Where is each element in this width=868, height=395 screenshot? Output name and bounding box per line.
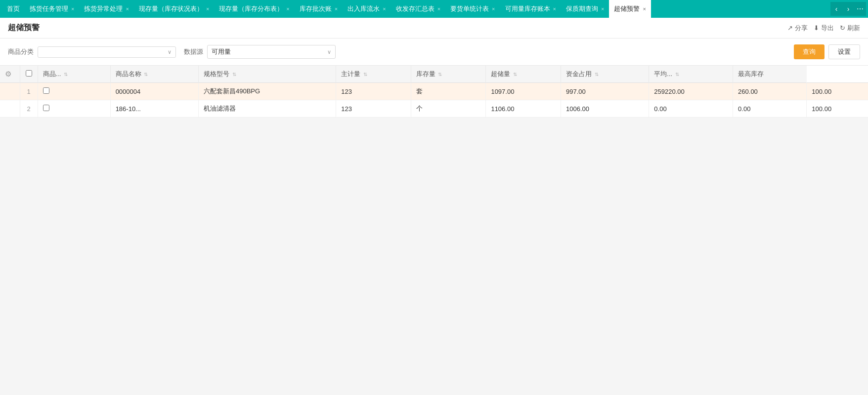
row-checkbox-cell: [38, 100, 110, 118]
page-header: 超储预警 ↗ 分享 ⬇ 导出 ↻ 刷新: [0, 18, 868, 39]
sort-unit-icon: ⇅: [363, 72, 367, 77]
row-num-cell: 2: [20, 100, 38, 118]
table-row: 10000004六配套新昌490BPG123套1097.00997.002592…: [0, 83, 868, 100]
inventory-cell: 1106.00: [486, 100, 561, 118]
unit-cell: 个: [411, 100, 486, 118]
export-button[interactable]: ⬇ 导出: [814, 24, 834, 33]
sort-inventory-icon: ⇅: [438, 72, 442, 77]
nav-item-inout-flow[interactable]: 出入库流水×: [343, 0, 391, 18]
top-navigation: 首页拣货任务管理×拣货异常处理×现存量（库存状况表）×现存量（库存分布表）×库存…: [0, 0, 868, 18]
nav-item-overstock-warning[interactable]: 超储预警×: [609, 0, 651, 18]
nav-item-home[interactable]: 首页: [2, 0, 25, 18]
nav-close-icon[interactable]: ×: [383, 6, 386, 12]
nav-item-batch-account[interactable]: 库存批次账×: [295, 0, 343, 18]
spec-cell: 123: [336, 100, 411, 118]
avg-cell: 0.00: [733, 100, 807, 118]
share-label: 分享: [795, 24, 808, 33]
col-inventory[interactable]: 库存量 ⇅: [411, 66, 486, 83]
row-checkbox[interactable]: [43, 105, 49, 111]
category-select[interactable]: ∨: [38, 46, 176, 58]
settings-button[interactable]: 设置: [828, 44, 860, 59]
datasource-filter: 数据源 可用量 ∨: [184, 45, 336, 59]
capital-cell: 0.00: [649, 100, 733, 118]
overstock-cell: 1006.00: [561, 100, 649, 118]
nav-arrow-left[interactable]: ‹: [830, 2, 842, 16]
table-container: ⚙ 商品... ⇅ 商品名称 ⇅ 规格型号 ⇅ 主计量: [0, 66, 868, 118]
unit-cell: 套: [411, 83, 486, 100]
datasource-label: 数据源: [184, 47, 203, 56]
row-checkbox[interactable]: [43, 87, 49, 94]
refresh-button[interactable]: ↻ 刷新: [840, 24, 860, 33]
select-all-checkbox[interactable]: [26, 70, 32, 77]
datasource-dropdown-icon: ∨: [327, 49, 331, 55]
col-product-code[interactable]: 商品... ⇅: [38, 66, 110, 83]
row-num-cell: 1: [20, 83, 38, 100]
nav-item-task-mgmt[interactable]: 拣货任务管理×: [25, 0, 79, 18]
row-gear-cell: [0, 83, 20, 100]
max-inventory-cell: 100.00: [807, 100, 868, 118]
nav-close-icon[interactable]: ×: [286, 6, 289, 12]
nav-close-icon[interactable]: ×: [601, 6, 604, 12]
row-checkbox-cell: [38, 83, 110, 100]
share-icon: ↗: [787, 24, 793, 32]
col-overstock[interactable]: 超储量 ⇅: [486, 66, 561, 83]
sort-capital-icon: ⇅: [595, 72, 599, 77]
overstock-cell: 997.00: [561, 83, 649, 100]
nav-arrow-right[interactable]: ›: [842, 2, 854, 16]
nav-item-quality-check[interactable]: 保质期查询×: [561, 0, 609, 18]
datasource-select[interactable]: 可用量 ∨: [207, 45, 336, 59]
nav-item-collect-summary[interactable]: 收发存汇总表×: [391, 0, 445, 18]
nav-close-icon[interactable]: ×: [126, 6, 129, 12]
nav-close-icon[interactable]: ×: [643, 6, 646, 12]
nav-close-icon[interactable]: ×: [553, 6, 556, 12]
inventory-cell: 1097.00: [486, 83, 561, 100]
overstock-table: ⚙ 商品... ⇅ 商品名称 ⇅ 规格型号 ⇅ 主计量: [0, 66, 868, 118]
col-settings: ⚙: [0, 66, 20, 83]
col-unit[interactable]: 主计量 ⇅: [336, 66, 411, 83]
product-code-cell: 186-10...: [110, 100, 198, 118]
row-gear-cell: [0, 100, 20, 118]
nav-item-label: 超储预警: [614, 4, 640, 13]
nav-close-icon[interactable]: ×: [206, 6, 209, 12]
datasource-value: 可用量: [212, 47, 231, 56]
nav-item-label: 现存量（库存状况表）: [139, 4, 203, 13]
sort-overstock-icon: ⇅: [513, 72, 517, 77]
share-button[interactable]: ↗ 分享: [787, 24, 808, 33]
nav-arrow-expand[interactable]: ⋯: [854, 2, 866, 16]
table-row: 2186-10...机油滤清器123个1106.001006.000.000.0…: [0, 100, 868, 118]
nav-item-label: 拣货异常处理: [84, 4, 123, 13]
column-settings-icon[interactable]: ⚙: [5, 70, 11, 78]
category-dropdown-icon: ∨: [168, 49, 172, 55]
nav-close-icon[interactable]: ×: [437, 6, 440, 12]
sort-avg-icon: ⇅: [675, 72, 679, 77]
nav-close-icon[interactable]: ×: [71, 6, 74, 12]
nav-item-requisition-stats[interactable]: 要货单统计表×: [445, 0, 500, 18]
col-spec[interactable]: 规格型号 ⇅: [198, 66, 336, 83]
col-checkbox: [20, 66, 38, 83]
nav-item-inventory-status[interactable]: 现存量（库存状况表）×: [134, 0, 214, 18]
col-capital[interactable]: 资金占用 ⇅: [561, 66, 649, 83]
nav-item-label: 首页: [7, 4, 20, 13]
col-avg[interactable]: 平均... ⇅: [649, 66, 733, 83]
nav-item-label: 库存批次账: [300, 4, 332, 13]
sort-product-name-icon: ⇅: [144, 72, 148, 77]
col-product-name[interactable]: 商品名称 ⇅: [110, 66, 198, 83]
export-icon: ⬇: [814, 24, 819, 32]
nav-item-inventory-dist[interactable]: 现存量（库存分布表）×: [214, 0, 294, 18]
col-max-inventory[interactable]: 最高库存: [733, 66, 807, 83]
sort-product-code-icon: ⇅: [64, 72, 68, 77]
nav-item-abnormal[interactable]: 拣货异常处理×: [79, 0, 133, 18]
query-button[interactable]: 查询: [794, 44, 825, 59]
product-name-cell: 六配套新昌490BPG: [198, 83, 336, 100]
max-inventory-cell: 100.00: [807, 83, 868, 100]
header-actions: ↗ 分享 ⬇ 导出 ↻ 刷新: [787, 24, 860, 33]
nav-close-icon[interactable]: ×: [335, 6, 338, 12]
nav-item-label: 现存量（库存分布表）: [219, 4, 283, 13]
capital-cell: 259220.00: [649, 83, 733, 100]
filter-bar: 商品分类 ∨ 数据源 可用量 ∨ 查询 设置: [0, 39, 868, 66]
nav-item-available-ledger[interactable]: 可用量库存账本×: [500, 0, 561, 18]
nav-close-icon[interactable]: ×: [492, 6, 495, 12]
export-label: 导出: [821, 24, 834, 33]
spec-cell: 123: [336, 83, 411, 100]
nav-item-label: 保质期查询: [566, 4, 598, 13]
